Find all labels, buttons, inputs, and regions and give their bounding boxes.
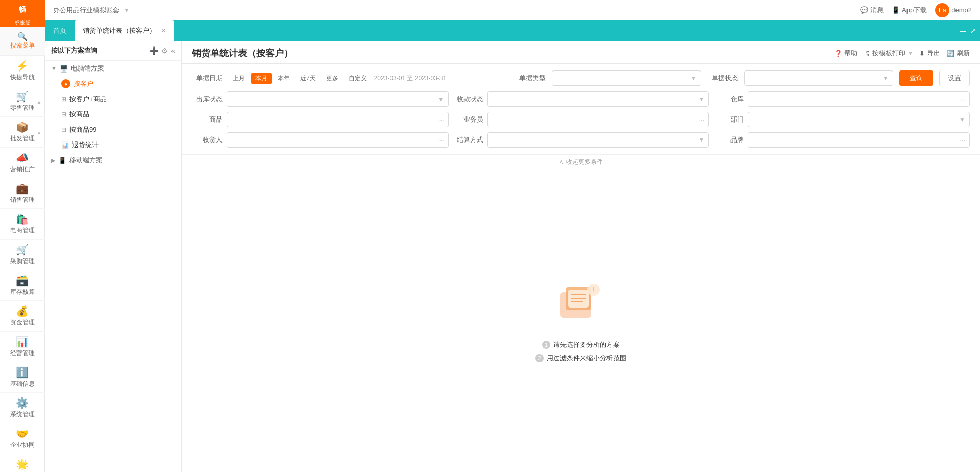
sidebar-item-marketing[interactable]: 📣 营销推广 [0, 148, 45, 178]
tree-children: ● 按客户 ⊞ 按客户+商品 ⊟ 按商品 ⊟ 按商品99 📊 退货统计 [45, 76, 181, 153]
department-label: 部门 [713, 115, 744, 124]
tree-desktop-group[interactable]: ▼ 🖥️ 电脑端方案 [45, 61, 181, 76]
help-btn[interactable]: ❓ 帮助 [834, 49, 857, 58]
tree-item-by-customer[interactable]: ● 按客户 [53, 76, 181, 91]
print-dropdown-icon[interactable]: ▼ [908, 50, 913, 56]
settle-method-select[interactable]: ▼ [487, 132, 709, 148]
sidebar-item-basic[interactable]: ℹ️ 基础信息 [0, 362, 45, 393]
product-select[interactable]: ··· [227, 112, 449, 127]
status-select[interactable]: ▼ [744, 70, 894, 86]
recipient-select[interactable]: ··· [227, 132, 449, 148]
salesperson-label: 业务员 [453, 115, 483, 124]
tab-expand-icon[interactable]: ⤢ [970, 27, 976, 35]
tree-item-by-product[interactable]: ⊟ 按商品 [53, 107, 181, 122]
nav-main: 🔍 搜索菜单 ⚡ 快捷导航 🛒 零售管理 ▲ 📦 批发管理 ▲ 📣 营销推广 💼… [0, 27, 45, 472]
print-btn[interactable]: 🖨 按模板打印 ▼ [864, 49, 913, 58]
sidebar-item-purchase[interactable]: 🛒 采购管理 [0, 240, 45, 270]
help-icon: ❓ [834, 50, 842, 57]
tab-report[interactable]: 销货单统计表（按客户） ✕ [75, 20, 174, 41]
collapse-bar[interactable]: ∧ 收起更多条件 [182, 154, 980, 170]
sidebar-item-operations[interactable]: 📊 经营管理 [0, 332, 45, 362]
left-panel-header: 按以下方案查询 ➕ ⚙ « [45, 41, 181, 61]
date-tab-custom[interactable]: 自定义 [345, 73, 371, 84]
tree-arrow-right-icon: ▶ [51, 157, 55, 164]
tree-item-by-product99[interactable]: ⊟ 按商品99 [53, 122, 181, 137]
top-header-actions: 💬 消息 📱 App下载 Ea demo2 [860, 3, 972, 17]
sidebar: 畅 标账版 🔍 搜索菜单 ⚡ 快捷导航 🛒 零售管理 ▲ 📦 批发管理 ▲ 📣 … [0, 0, 45, 472]
user-profile[interactable]: Ea demo2 [935, 3, 972, 17]
sidebar-item-search-menu[interactable]: 🔍 搜索菜单 [0, 27, 45, 56]
content-area: 按以下方案查询 ➕ ⚙ « ▼ 🖥️ 电脑端方案 ● 按客户 ⊞ [45, 41, 980, 472]
salesperson-select[interactable]: ··· [487, 112, 709, 127]
tab-home[interactable]: 首页 [45, 20, 75, 41]
report-tab-label: 销货单统计表（按客户） [83, 26, 156, 35]
sidebar-item-sales[interactable]: 💼 销售管理 [0, 178, 45, 209]
tab-minimize-icon[interactable]: — [960, 27, 966, 35]
date-tab-last-month[interactable]: 上月 [229, 73, 249, 84]
brand-label: 品牌 [713, 135, 744, 145]
mobile-icon: 📱 [892, 6, 900, 14]
recipient-label: 收货人 [192, 135, 223, 145]
query-button[interactable]: 查询 [899, 70, 933, 86]
payment-status-select[interactable]: ▼ [487, 91, 709, 107]
app-logo: 畅 标账版 [0, 0, 45, 27]
product-label: 商品 [192, 115, 223, 124]
tree-folder-icon: 🖥️ [60, 65, 68, 73]
sidebar-item-finance[interactable]: 💰 资金管理 [0, 301, 45, 332]
left-panel-icons: ➕ ⚙ « [150, 46, 175, 55]
right-area: 销货单统计表（按客户） ❓ 帮助 🖨 按模板打印 ▼ ⬇ 导出 [182, 41, 980, 472]
brand-select[interactable]: ··· [748, 132, 970, 148]
date-tab-this-month[interactable]: 本月 [251, 73, 272, 84]
date-tab-more[interactable]: 更多 [322, 73, 342, 84]
step-2-num: 2 [535, 354, 544, 362]
app-subtitle: 标账版 [15, 19, 30, 27]
filter-row-2: 出库状态 ▼ 收款状态 ▼ 仓库 ··· [192, 91, 970, 107]
date-tabs: 上月 本月 本年 近7天 更多 自定义 [229, 73, 371, 84]
type-select[interactable]: ▼ [552, 70, 701, 86]
sidebar-item-quick-nav[interactable]: ⚡ 快捷导航 [0, 56, 45, 86]
department-select[interactable]: ▼ [748, 112, 970, 127]
settings-scheme-icon[interactable]: ⚙ [161, 46, 168, 55]
sidebar-item-inventory[interactable]: 🗃️ 库存核算 [0, 270, 45, 301]
tree-item-by-customer-product[interactable]: ⊞ 按客户+商品 [53, 91, 181, 107]
tree-mobile-group[interactable]: ▶ 📱 移动端方案 [45, 153, 181, 168]
svg-text:!: ! [593, 286, 595, 294]
sidebar-item-enterprise[interactable]: 🤝 企业协同 [0, 423, 45, 454]
svg-text:畅: 畅 [19, 5, 26, 13]
account-dropdown-icon[interactable]: ▼ [124, 7, 130, 14]
filter-row-1: 单据日期 上月 本月 本年 近7天 更多 自定义 2023-03-01 至 20… [192, 70, 970, 86]
account-name: 办公用品行业模拟账套 [53, 6, 119, 15]
date-tab-this-year[interactable]: 本年 [274, 73, 294, 84]
tree-item-refund[interactable]: 📊 退货统计 [53, 137, 181, 153]
message-btn[interactable]: 💬 消息 [860, 6, 884, 15]
date-tab-last-7days[interactable]: 近7天 [296, 73, 320, 84]
export-btn[interactable]: ⬇ 导出 [919, 49, 940, 58]
export-icon: ⬇ [919, 50, 925, 57]
warehouse-label: 仓库 [713, 95, 744, 104]
home-tab-label: 首页 [53, 26, 66, 35]
page-title: 销货单统计表（按客户） [192, 47, 293, 59]
filter-area: 单据日期 上月 本月 本年 近7天 更多 自定义 2023-03-01 至 20… [182, 64, 980, 154]
out-status-select[interactable]: ▼ [227, 91, 449, 107]
account-selector[interactable]: 办公用品行业模拟账套 ▼ [53, 6, 130, 15]
sidebar-item-ecommerce[interactable]: 🛍️ 电商管理 [0, 209, 45, 240]
mobile-folder-icon: 📱 [58, 157, 66, 164]
warehouse-select[interactable]: ··· [748, 91, 970, 107]
left-panel-title: 按以下方案查询 [51, 46, 97, 55]
settings-button[interactable]: 设置 [939, 70, 970, 86]
sidebar-item-retail[interactable]: 🛒 零售管理 ▲ [0, 86, 45, 117]
empty-state: ! 1 请先选择要分析的方案 2 用过滤条件来缩小分析范围 [182, 170, 980, 472]
refresh-btn[interactable]: 🔄 刷新 [946, 49, 970, 58]
page-actions: ❓ 帮助 🖨 按模板打印 ▼ ⬇ 导出 🔄 刷新 [834, 49, 970, 58]
tab-close-icon[interactable]: ✕ [161, 27, 166, 34]
collapse-panel-icon[interactable]: « [171, 46, 175, 55]
grid-icon: ⊞ [61, 96, 66, 103]
sidebar-item-newbie[interactable]: 🌟 新手引导 [0, 454, 45, 472]
table2-icon: ⊟ [61, 126, 66, 133]
app-download-btn[interactable]: 📱 App下载 [892, 6, 927, 15]
payment-status-label: 收款状态 [453, 95, 483, 104]
step-1-num: 1 [542, 341, 550, 349]
sidebar-item-system[interactable]: ⚙️ 系统管理 [0, 393, 45, 423]
sidebar-item-wholesale[interactable]: 📦 批发管理 ▲ [0, 117, 45, 148]
add-scheme-icon[interactable]: ➕ [150, 46, 158, 55]
